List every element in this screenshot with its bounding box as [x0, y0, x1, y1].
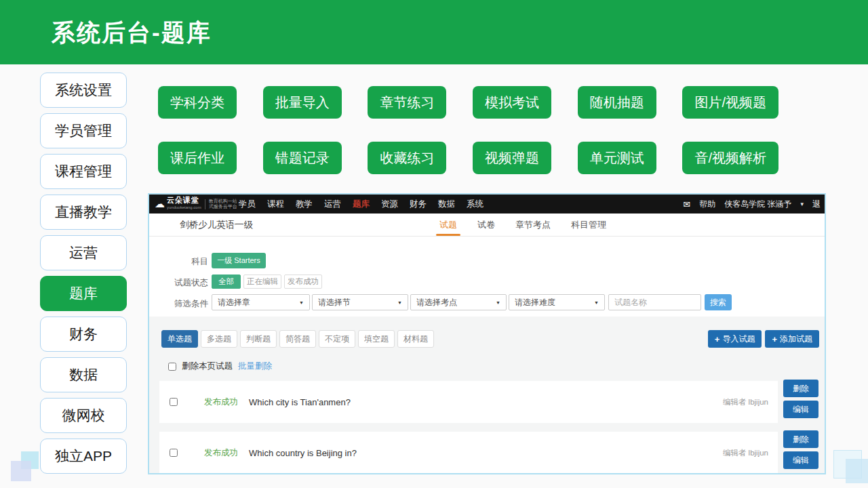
feature-chapter-practice-button[interactable]: 章节练习 [368, 86, 446, 119]
section-select-value: 请选择节 [318, 297, 351, 308]
batch-delete-link[interactable]: 批量删除 [238, 361, 272, 372]
filter-section: 科目 一级 Starters 试题状态 全部 正在编辑 发布成功 筛选条件 请选… [149, 237, 825, 317]
admin-subnav: 剑桥少儿英语一级 试题 试卷 章节考点 科目管理 [149, 214, 825, 237]
status-chip-all[interactable]: 全部 [212, 274, 241, 289]
edit-button[interactable]: 编辑 [783, 451, 818, 469]
panel-actions: + 导入试题 + 添加试题 [708, 330, 819, 348]
add-question-button[interactable]: + 添加试题 [765, 330, 819, 348]
sidebar-item-standalone-app[interactable]: 独立APP [40, 439, 127, 474]
sidebar-item-course-management[interactable]: 课程管理 [40, 154, 127, 189]
editor-label: 编辑者 [723, 449, 747, 457]
plus-icon: + [715, 334, 720, 344]
feature-button-row-1: 学科分类 批量导入 章节练习 模拟考试 随机抽题 图片/视频题 [158, 86, 778, 119]
type-tab-fill-blank[interactable]: 填空题 [358, 330, 395, 348]
chevron-down-icon: ▼ [299, 300, 304, 305]
topnav-question-bank[interactable]: 题库 [353, 199, 370, 210]
difficulty-select-value: 请选择难度 [515, 297, 555, 308]
delete-button[interactable]: 删除 [783, 430, 818, 448]
delete-button[interactable]: 删除 [783, 380, 818, 397]
topnav-data[interactable]: 数据 [438, 199, 455, 210]
status-badge: 发布成功 [204, 447, 238, 459]
brand-tagline-line2: 式服务云平台 [209, 204, 237, 209]
course-name: 剑桥少儿英语一级 [180, 214, 253, 236]
subject-tag[interactable]: 一级 Starters [212, 253, 266, 268]
feature-audio-video-analysis-button[interactable]: 音/视频解析 [682, 142, 778, 174]
row-actions: 删除 编辑 [783, 380, 818, 418]
row-checkbox[interactable] [170, 398, 178, 406]
sidebar-item-label: 运营 [69, 243, 98, 262]
sidebar-item-question-bank[interactable]: 题库 [40, 276, 127, 311]
search-button[interactable]: 搜索 [705, 294, 732, 310]
feature-homework-button[interactable]: 课后作业 [158, 142, 237, 174]
chevron-down-icon: ▼ [397, 300, 402, 305]
sidebar-item-label: 微网校 [62, 406, 105, 425]
difficulty-select[interactable]: 请选择难度 ▼ [509, 294, 605, 310]
chevron-down-icon[interactable]: ▾ [800, 201, 804, 207]
plus-icon: + [772, 334, 777, 344]
feature-favorite-practice-button[interactable]: 收藏练习 [368, 142, 446, 174]
feature-video-popup-question-button[interactable]: 视频弹题 [473, 142, 551, 174]
type-tab-multi-choice[interactable]: 多选题 [201, 330, 237, 348]
tab-chapter-points[interactable]: 章节考点 [515, 214, 551, 236]
feature-image-video-question-button[interactable]: 图片/视频题 [682, 86, 778, 119]
topnav-courses[interactable]: 课程 [267, 199, 284, 210]
status-chip-published[interactable]: 发布成功 [284, 274, 322, 289]
page-header: 系统后台-题库 [0, 0, 868, 64]
topnav-students[interactable]: 学员 [239, 199, 256, 210]
tab-questions[interactable]: 试题 [439, 214, 457, 236]
feature-wrong-question-record-button[interactable]: 错题记录 [263, 142, 342, 174]
brand-url: yunduoketang.com [167, 204, 201, 211]
topnav-operations[interactable]: 运营 [324, 199, 341, 210]
tab-papers[interactable]: 试卷 [477, 214, 495, 236]
feature-random-draw-button[interactable]: 随机抽题 [578, 86, 656, 119]
admin-topbar: ☁ 云朵课堂 yunduoketang.com 教育机构一站 式服务云平台 学员… [149, 195, 825, 214]
feature-batch-import-button[interactable]: 批量导入 [263, 86, 342, 119]
sidebar-item-label: 数据 [69, 365, 98, 384]
tab-subject-management[interactable]: 科目管理 [571, 214, 606, 236]
select-all-checkbox[interactable] [168, 363, 176, 371]
page: 系统后台-题库 系统设置 学员管理 课程管理 直播教学 运营 题库 财务 数据 … [0, 0, 868, 488]
chapter-select[interactable]: 请选择章 ▼ [212, 294, 310, 310]
type-tab-true-false[interactable]: 判断题 [240, 330, 277, 348]
feature-subject-category-button[interactable]: 学科分类 [158, 86, 237, 119]
sidebar-item-student-management[interactable]: 学员管理 [40, 113, 127, 148]
import-questions-button[interactable]: + 导入试题 [708, 330, 762, 348]
topnav-system[interactable]: 系统 [467, 199, 484, 210]
sidebar-item-finance[interactable]: 财务 [40, 317, 127, 352]
editor-label: 编辑者 [723, 398, 747, 406]
type-tab-single-choice[interactable]: 单选题 [161, 330, 198, 348]
row-actions: 删除 编辑 [783, 430, 818, 469]
type-tab-indefinite[interactable]: 不定项 [319, 330, 355, 348]
question-name-input[interactable] [608, 294, 701, 310]
sidebar-item-system-settings[interactable]: 系统设置 [40, 73, 127, 108]
type-tab-short-answer[interactable]: 简答题 [279, 330, 316, 348]
user-account-label[interactable]: 侠客岛学院 张涵予 [724, 199, 791, 210]
brand-logo: ☁ 云朵课堂 yunduoketang.com 教育机构一站 式服务云平台 [155, 196, 237, 212]
status-badge: 发布成功 [204, 396, 238, 408]
topnav-teaching[interactable]: 教学 [296, 199, 313, 210]
sidebar-item-operations[interactable]: 运营 [40, 235, 127, 270]
brand-tagline-line1: 教育机构一站 [209, 199, 237, 204]
admin-topnav: 学员 课程 教学 运营 题库 资源 财务 数据 系统 [239, 195, 484, 214]
sidebar-item-micro-school[interactable]: 微网校 [40, 398, 127, 433]
feature-mock-exam-button[interactable]: 模拟考试 [473, 86, 551, 119]
point-select[interactable]: 请选择考点 ▼ [410, 294, 507, 310]
type-tab-material[interactable]: 材料题 [397, 330, 434, 348]
topnav-resources[interactable]: 资源 [381, 199, 398, 210]
feature-unit-test-button[interactable]: 单元测试 [578, 142, 656, 174]
mail-icon[interactable]: ✉ [683, 199, 690, 209]
sidebar-item-label: 题库 [69, 284, 98, 303]
topnav-finance[interactable]: 财务 [410, 199, 427, 210]
sidebar-item-label: 财务 [69, 325, 98, 344]
edit-button[interactable]: 编辑 [783, 401, 818, 418]
help-link[interactable]: 帮助 [699, 199, 715, 210]
status-chip-editing[interactable]: 正在编辑 [243, 274, 281, 289]
sidebar-item-data[interactable]: 数据 [40, 357, 127, 392]
question-text: Which city is Tian'anmen? [249, 397, 351, 407]
question-row: 发布成功 Which city is Tian'anmen? 编辑者 lbjij… [159, 381, 778, 423]
logout-link[interactable]: 退 [812, 199, 821, 210]
editor-name: lbjijun [749, 398, 768, 406]
section-select[interactable]: 请选择节 ▼ [312, 294, 408, 310]
sidebar-item-live-teaching[interactable]: 直播教学 [40, 195, 127, 230]
row-checkbox[interactable] [170, 449, 178, 457]
